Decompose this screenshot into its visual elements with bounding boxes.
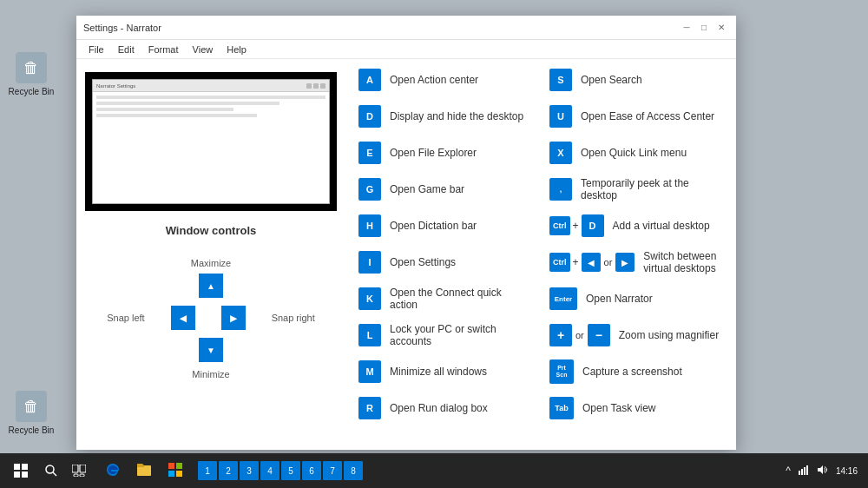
shortcut-E-text: Open File Explorer bbox=[390, 147, 532, 159]
taskbar: 1 2 3 4 5 6 7 8 ^ bbox=[0, 453, 868, 488]
key-S: S bbox=[549, 69, 572, 91]
shortcut-R: R Open Run dialog box bbox=[358, 396, 532, 420]
key-E: E bbox=[358, 142, 381, 164]
preview-dots bbox=[306, 83, 326, 89]
preview-line-2 bbox=[96, 102, 279, 105]
task-view-button[interactable] bbox=[64, 453, 94, 488]
menu-help[interactable]: Help bbox=[220, 40, 253, 58]
search-button[interactable] bbox=[38, 453, 64, 488]
num-btn-2[interactable]: 2 bbox=[219, 461, 238, 480]
down-button[interactable]: ▼ bbox=[199, 338, 223, 362]
num-btn-3[interactable]: 3 bbox=[240, 461, 259, 480]
network-icon bbox=[798, 464, 810, 476]
svg-rect-2 bbox=[14, 472, 20, 478]
taskbar-app-edge[interactable] bbox=[97, 453, 128, 488]
key-right-arrow: ▶ bbox=[615, 253, 635, 272]
tray-volume-icon[interactable] bbox=[817, 464, 829, 478]
svg-rect-6 bbox=[72, 465, 78, 472]
shortcut-M: M Minimize all windows bbox=[358, 359, 532, 384]
shortcut-U-text: Open Ease of Access Center bbox=[581, 110, 723, 122]
preview-title-text: Narrator Settings bbox=[96, 83, 135, 89]
shortcut-column-left: A Open Action center D Display and hide … bbox=[358, 68, 532, 441]
menu-view[interactable]: View bbox=[186, 40, 220, 58]
key-minus: − bbox=[588, 324, 610, 346]
shortcut-A-text: Open Action center bbox=[390, 74, 532, 86]
num-btn-1[interactable]: 1 bbox=[198, 461, 217, 480]
dialog-body: Narrator Settings bbox=[76, 59, 736, 450]
svg-line-5 bbox=[53, 472, 56, 476]
shortcut-X: X Open Quick Link menu bbox=[549, 141, 723, 165]
svg-rect-0 bbox=[14, 464, 20, 470]
menu-edit[interactable]: Edit bbox=[111, 40, 141, 58]
shortcut-enter-text: Open Narrator bbox=[586, 293, 723, 305]
minimize-label-wrapper: Minimize bbox=[192, 366, 229, 381]
key-ctrl-d: D bbox=[582, 214, 604, 237]
taskbar-app-store[interactable] bbox=[160, 453, 191, 488]
tray-network-icon[interactable] bbox=[798, 464, 810, 478]
preview-image: Narrator Settings bbox=[85, 72, 337, 211]
taskbar-num-buttons: 1 2 3 4 5 6 7 8 bbox=[198, 461, 363, 480]
window-controls-area: Maximize ▲ Snap left ◀ ▶ Snap right bbox=[89, 254, 332, 381]
shortcut-comma-text: Temporarily peek at the desktop bbox=[581, 177, 723, 201]
preview-content bbox=[93, 92, 329, 123]
left-button[interactable]: ◀ bbox=[171, 306, 195, 330]
desktop: 🗑 Recycle Bin 🗑 Recycle Bin Settings - N… bbox=[0, 0, 868, 488]
svg-rect-13 bbox=[168, 471, 174, 477]
shortcut-H-text: Open Dictation bar bbox=[390, 220, 532, 232]
key-H: H bbox=[358, 214, 381, 237]
menu-file[interactable]: File bbox=[82, 40, 111, 58]
shortcut-K: K Open the Connect quick action bbox=[358, 287, 532, 311]
maximize-label: Maximize bbox=[191, 258, 231, 268]
key-enter: Enter bbox=[549, 287, 577, 310]
dialog-window: Settings - Narrator ─ □ ✕ File Edit Form… bbox=[76, 16, 736, 450]
up-button[interactable]: ▲ bbox=[199, 274, 223, 298]
close-button[interactable]: ✕ bbox=[713, 20, 729, 36]
search-icon bbox=[45, 465, 57, 477]
menu-format[interactable]: Format bbox=[141, 40, 186, 58]
taskbar-app-explorer[interactable] bbox=[128, 453, 160, 488]
key-ctrl-1: Ctrl bbox=[549, 216, 570, 235]
num-btn-4[interactable]: 4 bbox=[260, 461, 279, 480]
shortcut-zoom: + or − Zoom using magnifier bbox=[549, 323, 723, 347]
dialog-titlebar: Settings - Narrator ─ □ ✕ bbox=[76, 16, 736, 40]
maximize-button[interactable]: □ bbox=[696, 20, 712, 36]
middle-controls-row: Snap left ◀ ▶ Snap right bbox=[107, 306, 315, 330]
desktop-icon-recycle-bottom[interactable]: 🗑 Recycle Bin bbox=[5, 391, 57, 435]
key-M: M bbox=[358, 360, 381, 383]
svg-rect-8 bbox=[74, 474, 78, 477]
shortcut-ctrl-arrows: Ctrl + ◀ or ▶ Switch between virtual des… bbox=[549, 250, 723, 274]
key-X: X bbox=[549, 142, 572, 164]
recycle-bin-label-top: Recycle Bin bbox=[9, 87, 55, 96]
tray-show-hidden[interactable]: ^ bbox=[786, 465, 791, 477]
desktop-icon-recycle-top[interactable]: 🗑 Recycle Bin bbox=[5, 52, 57, 96]
svg-rect-17 bbox=[804, 467, 806, 475]
num-btn-7[interactable]: 7 bbox=[323, 461, 342, 480]
preview-titlebar: Narrator Settings bbox=[93, 80, 329, 92]
recycle-bin-icon-top: 🗑 bbox=[16, 52, 47, 83]
up-button-row: ▲ bbox=[199, 274, 223, 298]
svg-rect-14 bbox=[176, 471, 182, 477]
key-plus: + bbox=[549, 324, 572, 346]
key-left-arrow: ◀ bbox=[582, 253, 601, 272]
right-button[interactable]: ▶ bbox=[221, 306, 246, 330]
start-button[interactable] bbox=[3, 453, 38, 488]
num-btn-6[interactable]: 6 bbox=[302, 461, 321, 480]
or-2: or bbox=[575, 330, 584, 340]
key-prtscn: PrtScn bbox=[549, 359, 574, 384]
minimize-button[interactable]: ─ bbox=[679, 20, 694, 36]
or-1: or bbox=[604, 257, 613, 267]
shortcut-prtscn: PrtScn Capture a screenshot bbox=[549, 359, 723, 384]
dialog-menubar: File Edit Format View Help bbox=[76, 40, 736, 59]
num-btn-5[interactable]: 5 bbox=[281, 461, 300, 480]
tray-time[interactable]: 14:16 bbox=[836, 465, 858, 477]
volume-icon bbox=[817, 464, 829, 476]
num-btn-8[interactable]: 8 bbox=[344, 461, 363, 480]
preview-inner: Narrator Settings bbox=[92, 79, 330, 204]
shortcut-D-text: Display and hide the desktop bbox=[390, 110, 532, 122]
shortcut-A: A Open Action center bbox=[358, 68, 532, 92]
shortcut-enter: Enter Open Narrator bbox=[549, 287, 723, 311]
shortcut-comma: , Temporarily peek at the desktop bbox=[549, 177, 723, 201]
svg-rect-1 bbox=[22, 464, 28, 470]
key-G: G bbox=[358, 178, 381, 201]
key-comma: , bbox=[549, 178, 572, 201]
